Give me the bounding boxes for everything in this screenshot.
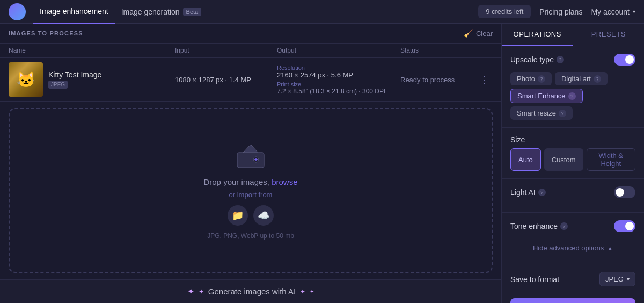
broom-icon: 🧹: [464, 29, 473, 38]
drop-zone[interactable]: Drop your images, browse or import from …: [9, 108, 493, 273]
upload-icon: [235, 142, 267, 169]
svg-marker-1: [243, 145, 258, 153]
light-ai-toggle[interactable]: [614, 186, 635, 198]
sparkle-icon-left2: ✦: [199, 288, 204, 295]
panel-tabs: OPERATIONS PRESETS: [502, 24, 644, 46]
chevron-down-icon: ▾: [633, 9, 635, 15]
type-smart-resize-button[interactable]: Smart resize ?: [510, 106, 573, 120]
light-ai-info-icon[interactable]: ?: [538, 189, 546, 196]
start-processing-button[interactable]: Start processing: [510, 298, 635, 303]
image-name: Kitty Test Image: [48, 70, 101, 79]
folder-icon: 📁: [232, 210, 244, 221]
credits-button[interactable]: 9 credits left: [478, 5, 531, 18]
svg-rect-0: [237, 153, 264, 168]
smart-resize-info-icon[interactable]: ?: [559, 110, 566, 117]
advanced-options-label: Hide advanced options: [533, 244, 604, 252]
format-row: Save to format JPEG ▾: [502, 265, 644, 293]
light-ai-row: Light AI ?: [510, 186, 635, 198]
light-ai-section: Light AI ?: [502, 179, 644, 213]
chevron-up-icon: ▲: [607, 245, 613, 251]
cat-thumbnail: [9, 62, 43, 97]
table-row: Kitty Test Image JPEG 1080 × 1287 px · 1…: [0, 58, 501, 102]
type-photo-button[interactable]: Photo ?: [510, 72, 552, 85]
output-res-label: Resolution: [277, 64, 400, 71]
status-badge: Ready to process: [400, 76, 455, 84]
generate-banner[interactable]: ✦ ✦ Generate images with AI ✦ ✦: [0, 279, 501, 303]
drop-text: Drop your images, browse: [203, 177, 297, 186]
tone-enhance-section: Tone enhance ? Hide advanced options ▲: [502, 213, 644, 265]
more-options-button[interactable]: ⋮: [477, 75, 493, 84]
photo-info-icon[interactable]: ?: [538, 75, 545, 83]
chevron-down-icon: ▾: [627, 276, 630, 282]
images-header: IMAGES TO PROCESS 🧹 Clear: [0, 24, 501, 44]
tab-image-generation[interactable]: Image generation Beta: [115, 0, 208, 24]
browse-link[interactable]: browse: [272, 177, 297, 186]
pricing-link[interactable]: Pricing plans: [539, 8, 582, 16]
account-menu[interactable]: My account ▾: [591, 8, 635, 16]
output-print-label: Print size: [277, 81, 400, 88]
format-select[interactable]: JPEG ▾: [599, 272, 635, 286]
image-thumbnail: [9, 62, 43, 97]
import-cloud-button[interactable]: ☁️: [253, 205, 274, 226]
tab-image-enhancement[interactable]: Image enhancement: [33, 0, 115, 24]
sparkle-icon-left: ✦: [187, 286, 194, 297]
type-digital-art-button[interactable]: Digital art ?: [555, 72, 608, 85]
tone-enhance-info-icon[interactable]: ?: [560, 222, 568, 230]
status-cell: Ready to process: [400, 75, 477, 84]
tone-enhance-label: Tone enhance ?: [510, 222, 568, 230]
input-cell: 1080 × 1287 px · 1.4 MP: [175, 76, 277, 84]
save-format-label: Save to format: [510, 275, 559, 284]
upscale-info-icon[interactable]: ?: [557, 56, 564, 63]
size-label: Size: [510, 135, 635, 144]
sparkle-icon-right: ✦: [300, 288, 305, 295]
images-to-process-title: IMAGES TO PROCESS: [9, 30, 464, 37]
generate-text: Generate images with AI: [208, 287, 296, 296]
upscale-row: Upscale type ?: [510, 54, 635, 66]
left-panel: IMAGES TO PROCESS 🧹 Clear Name Input Out…: [0, 24, 501, 303]
advanced-options-row[interactable]: Hide advanced options ▲: [510, 239, 635, 257]
cloud-icon: ☁️: [258, 210, 269, 221]
import-text: or import from: [229, 191, 273, 199]
clear-button[interactable]: 🧹 Clear: [464, 29, 493, 38]
beta-badge: Beta: [183, 8, 202, 16]
upscale-type-section: Upscale type ? Photo ? Digital art ? Sma…: [502, 46, 644, 128]
output-resolution: 2160 × 2574 px · 5.6 MP: [277, 71, 400, 79]
tone-enhance-toggle[interactable]: [614, 220, 635, 232]
format-badge: JPEG: [48, 81, 68, 89]
sparkle-icon-right2: ✦: [310, 288, 314, 294]
import-folder-button[interactable]: 📁: [228, 205, 248, 226]
tab-operations[interactable]: OPERATIONS: [502, 24, 573, 46]
image-name-cell: Kitty Test Image JPEG: [9, 62, 175, 97]
upscale-toggle[interactable]: [614, 54, 635, 66]
output-print-size: 7.2 × 8.58" (18.3 × 21.8 cm) · 300 DPI: [277, 88, 400, 95]
size-width-height-button[interactable]: Width & Height: [587, 148, 635, 171]
tone-enhance-row: Tone enhance ?: [510, 220, 635, 232]
input-resolution: 1080 × 1287 px · 1.4 MP: [175, 76, 277, 84]
size-custom-button[interactable]: Custom: [544, 148, 583, 171]
smart-enhance-info-icon[interactable]: ?: [568, 92, 576, 100]
digital-art-info-icon[interactable]: ?: [594, 75, 601, 83]
size-buttons: Auto Custom Width & Height: [510, 148, 635, 171]
upscale-label: Upscale type ?: [510, 55, 564, 64]
output-cell: Resolution 2160 × 2574 px · 5.6 MP Print…: [277, 64, 400, 95]
import-icons: 📁 ☁️: [228, 205, 274, 226]
top-navigation: Image enhancement Image generation Beta …: [0, 0, 644, 24]
table-header: Name Input Output Status: [0, 44, 501, 58]
size-auto-button[interactable]: Auto: [510, 148, 541, 171]
app-logo: [9, 3, 26, 20]
main-layout: IMAGES TO PROCESS 🧹 Clear Name Input Out…: [0, 24, 644, 303]
format-value: JPEG: [605, 275, 624, 283]
tab-presets[interactable]: PRESETS: [573, 24, 645, 46]
right-panel: OPERATIONS PRESETS Upscale type ? Photo …: [501, 24, 644, 303]
formats-text: JPG, PNG, WebP up to 50 mb: [207, 232, 294, 240]
type-smart-enhance-button[interactable]: Smart Enhance ?: [510, 89, 583, 103]
type-buttons: Photo ? Digital art ? Smart Enhance ? Sm…: [510, 72, 635, 120]
size-section: Size Auto Custom Width & Height: [502, 128, 644, 179]
light-ai-label: Light AI ?: [510, 188, 546, 197]
